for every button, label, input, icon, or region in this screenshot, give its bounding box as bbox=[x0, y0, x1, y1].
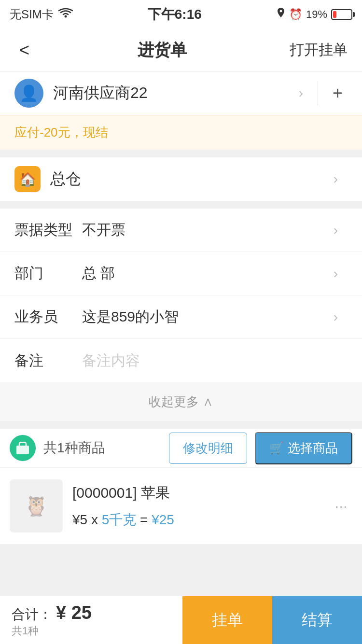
location-icon bbox=[277, 8, 285, 21]
warehouse-icon: 🏠 bbox=[14, 166, 41, 192]
battery-fill bbox=[333, 11, 336, 18]
product-thumbnail: 🦉 bbox=[10, 479, 63, 532]
salesperson-row[interactable]: 业务员 这是859的小智 › bbox=[0, 295, 362, 339]
remark-row[interactable]: 备注 备注内容 bbox=[0, 339, 362, 382]
svg-rect-1 bbox=[16, 446, 29, 454]
price-value: ¥5 bbox=[72, 512, 87, 527]
page-title: 进货单 bbox=[138, 39, 187, 61]
remark-input[interactable]: 备注内容 bbox=[72, 351, 348, 371]
warehouse-name: 总仓 bbox=[50, 168, 334, 190]
select-product-button[interactable]: 🛒 选择商品 bbox=[255, 432, 352, 464]
chevron-right-icon: › bbox=[334, 266, 338, 281]
total-amount: ¥ 25 bbox=[56, 602, 92, 623]
chevron-right-icon: › bbox=[334, 171, 338, 187]
battery-icon bbox=[331, 9, 352, 20]
collapse-label: 收起更多 ∧ bbox=[149, 393, 213, 410]
payment-notice: 应付-20元，现结 bbox=[0, 115, 362, 150]
person-icon: 👤 bbox=[19, 84, 39, 102]
select-product-label: 选择商品 bbox=[288, 440, 338, 457]
equals-sign: = bbox=[140, 512, 152, 527]
price-separator: x bbox=[91, 512, 102, 527]
salesperson-value: 这是859的小智 bbox=[72, 307, 334, 327]
divider bbox=[318, 81, 318, 105]
invoice-type-row[interactable]: 票据类型 不开票 › bbox=[0, 209, 362, 252]
status-time: 下午6:16 bbox=[148, 5, 202, 24]
product-item: 🦉 [0000001] 苹果 ¥5 x 5千克 = ¥25 ··· bbox=[0, 467, 362, 544]
chevron-right-icon: › bbox=[334, 223, 338, 238]
department-value: 总 部 bbox=[72, 264, 334, 283]
nav-bar: < 进货单 打开挂单 bbox=[0, 29, 362, 71]
alarm-icon: ⏰ bbox=[289, 8, 302, 21]
salesperson-label: 业务员 bbox=[14, 307, 72, 327]
product-quantity: 5千克 bbox=[102, 512, 137, 527]
product-count-icon bbox=[10, 435, 36, 461]
supplier-section: 👤 河南供应商22 › + 应付-20元，现结 bbox=[0, 71, 362, 150]
pending-button[interactable]: 挂单 bbox=[182, 596, 272, 644]
product-price: ¥5 x 5千克 = ¥25 bbox=[72, 511, 330, 529]
checkout-button[interactable]: 结算 bbox=[272, 596, 362, 644]
battery-text: 19% bbox=[306, 8, 327, 21]
department-row[interactable]: 部门 总 部 › bbox=[0, 252, 362, 295]
total-section: 合计： ¥ 25 共1种 bbox=[0, 596, 182, 644]
bottom-bar: 合计： ¥ 25 共1种 挂单 结算 bbox=[0, 596, 362, 644]
total-count: 共1种 bbox=[12, 624, 171, 638]
wifi-icon bbox=[58, 8, 73, 21]
supplier-row[interactable]: 👤 河南供应商22 › + bbox=[0, 71, 362, 115]
product-info: [0000001] 苹果 ¥5 x 5千克 = ¥25 bbox=[72, 483, 330, 529]
product-header: 共1种商品 修改明细 🛒 选择商品 bbox=[0, 421, 362, 467]
total-label: 合计： bbox=[12, 605, 52, 624]
more-button[interactable]: ··· bbox=[330, 492, 352, 520]
total-row: 合计： ¥ 25 bbox=[12, 602, 171, 624]
add-supplier-button[interactable]: + bbox=[323, 78, 348, 108]
warehouse-section: 🏠 总仓 › bbox=[0, 157, 362, 201]
product-title: 苹果 bbox=[141, 485, 170, 501]
product-count-text: 共1种商品 bbox=[43, 439, 169, 457]
supplier-name: 河南供应商22 bbox=[53, 83, 299, 104]
carrier-text: 无SIM卡 bbox=[10, 7, 54, 22]
chevron-right-icon: › bbox=[334, 309, 338, 325]
invoice-type-value: 不开票 bbox=[72, 220, 334, 240]
collapse-button[interactable]: 收起更多 ∧ bbox=[0, 382, 362, 421]
remark-label: 备注 bbox=[14, 351, 72, 371]
status-left: 无SIM卡 bbox=[10, 7, 73, 22]
back-button[interactable]: < bbox=[14, 35, 34, 65]
warehouse-row[interactable]: 🏠 总仓 › bbox=[0, 157, 362, 201]
chevron-right-icon: › bbox=[299, 85, 303, 101]
open-pending-button[interactable]: 打开挂单 bbox=[290, 40, 348, 60]
invoice-type-label: 票据类型 bbox=[14, 220, 72, 240]
product-total: ¥25 bbox=[152, 512, 174, 527]
product-code: [0000001] bbox=[72, 485, 137, 501]
supplier-avatar: 👤 bbox=[14, 79, 43, 108]
department-label: 部门 bbox=[14, 264, 72, 283]
cart-icon: 🛒 bbox=[269, 441, 284, 455]
status-bar: 无SIM卡 下午6:16 ⏰ 19% bbox=[0, 0, 362, 29]
owl-icon: 🦉 bbox=[24, 495, 48, 518]
form-section: 票据类型 不开票 › 部门 总 部 › 业务员 这是859的小智 › 备注 备注… bbox=[0, 209, 362, 382]
edit-detail-button[interactable]: 修改明细 bbox=[169, 433, 247, 464]
svg-point-0 bbox=[64, 15, 67, 18]
product-name: [0000001] 苹果 bbox=[72, 483, 330, 503]
status-right: ⏰ 19% bbox=[277, 8, 352, 21]
